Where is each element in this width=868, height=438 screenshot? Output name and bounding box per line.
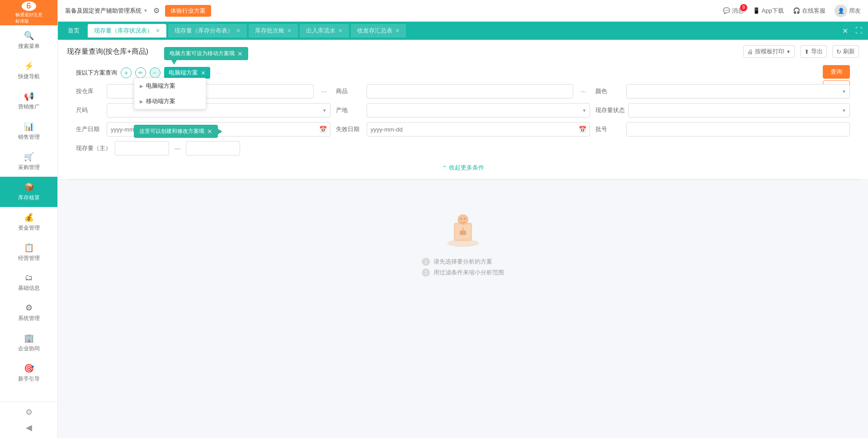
tab-batch-ledger-close[interactable]: ✕ xyxy=(287,28,292,34)
inventory-main-from[interactable] xyxy=(115,141,169,155)
color-label: 颜色 xyxy=(595,87,623,95)
tab-inout-flow[interactable]: 出入库流水 ✕ xyxy=(300,24,349,38)
scheme-desktop-label: 电脑端方案 xyxy=(146,82,175,90)
warehouse-dots[interactable]: ⋯ xyxy=(317,88,330,95)
top-header-left: 装备及固定资产辅助管理系统 ▼ ⚙ 体验行业方案 xyxy=(65,5,211,17)
inventory-status-chevron-icon: ▼ xyxy=(842,108,846,113)
top-header-right: 💬 消息 9 📱 App下载 🎧 在线客服 👤 用友 xyxy=(723,5,861,17)
message-action[interactable]: 💬 消息 9 xyxy=(723,7,744,15)
tab-home[interactable]: 首页 xyxy=(61,24,86,38)
inventory-main-to[interactable] xyxy=(186,141,240,155)
tab-bar-actions: ✕ ⛶ xyxy=(840,25,864,37)
sales-icon: 📊 xyxy=(24,122,34,132)
collapse-sidebar-icon[interactable]: ◀ xyxy=(26,423,32,433)
sidebar-bottom: ⚙ ◀ xyxy=(0,401,57,438)
color-select[interactable]: ▼ xyxy=(626,84,850,99)
range-separator: — xyxy=(175,145,180,152)
inventory-status-select[interactable]: ▼ xyxy=(628,103,850,118)
empty-tip-1: 1 请先选择要分析的方案 xyxy=(422,258,504,266)
message-badge: 9 xyxy=(740,4,747,11)
edit-scheme-button[interactable]: ✏ xyxy=(135,67,146,78)
batch-input[interactable] xyxy=(626,122,850,137)
sidebar-item-marketing[interactable]: 📢 营销推广 xyxy=(0,86,57,116)
operations-icon: 📋 xyxy=(24,243,34,253)
svg-point-4 xyxy=(460,218,462,220)
scheme-tag[interactable]: 电脑端方案 ✕ xyxy=(164,67,210,79)
empty-state: 1 请先选择要分析的方案 2 用过滤条件来缩小分析范围 xyxy=(58,180,868,304)
settings-bottom-icon[interactable]: ⚙ xyxy=(25,407,33,417)
scheme-tag-close-icon[interactable]: ✕ xyxy=(201,70,206,76)
exp-date-input[interactable] xyxy=(367,122,590,137)
close-all-tabs-icon[interactable]: ✕ xyxy=(840,25,850,37)
prod-date-calendar-icon[interactable]: 📅 xyxy=(319,126,327,133)
sidebar-item-label: 搜索菜单 xyxy=(18,42,40,50)
sidebar-item-purchase[interactable]: 🛒 采购管理 xyxy=(0,146,57,177)
tab-inout-flow-close[interactable]: ✕ xyxy=(338,28,343,34)
filter-row-4: 现存量（主） — xyxy=(76,141,850,155)
print-button[interactable]: 🖨 按模板打印 ▼ xyxy=(743,45,795,58)
system-name-dropdown[interactable]: 装备及固定资产辅助管理系统 ▼ xyxy=(65,7,148,15)
logo-icon: 6 xyxy=(22,1,36,11)
system-name: 装备及固定资产辅助管理系统 xyxy=(65,7,142,15)
sidebar-item-search[interactable]: 🔍 搜索菜单 xyxy=(0,25,57,56)
sidebar-item-system[interactable]: ⚙ 系统管理 xyxy=(0,297,57,328)
sidebar-item-inventory[interactable]: 📦 库存核算 xyxy=(0,177,57,207)
tooltip-scheme-hint: 电脑方案可设为移动方案哦 ✕ xyxy=(164,47,248,60)
sidebar-item-sales[interactable]: 📊 销售管理 xyxy=(0,116,57,146)
tab-inventory-status-close[interactable]: ✕ xyxy=(156,28,160,34)
sidebar-item-operations[interactable]: 📋 经营管理 xyxy=(0,237,57,268)
refresh-button[interactable]: ↻ 刷新 xyxy=(832,45,859,58)
tip-text-2: 用过滤条件来缩小分析范围 xyxy=(434,268,504,277)
tab-inventory-dist-label: 现存量（库存分布表） xyxy=(175,27,233,35)
inventory-main-label: 现存量（主） xyxy=(76,144,111,152)
maximize-icon[interactable]: ⛶ xyxy=(854,25,864,37)
top-header: 装备及固定资产辅助管理系统 ▼ ⚙ 体验行业方案 💬 消息 9 📱 App下载 … xyxy=(58,0,868,22)
quick-nav-icon: ⚡ xyxy=(24,61,34,71)
trial-button[interactable]: 体验行业方案 xyxy=(165,5,211,17)
sidebar-item-basic[interactable]: 🗂 基础信息 xyxy=(0,268,57,297)
tooltip-1-close[interactable]: ✕ xyxy=(237,50,243,57)
page-content: 现存量查询(按仓库+商品) 🖨 按模板打印 ▼ ⬆ 导出 ↻ 刷新 xyxy=(58,40,868,438)
guide-icon: 🎯 xyxy=(24,363,34,373)
filter-field-inventory-main: 现存量（主） — xyxy=(76,141,332,155)
size-chevron-down-icon: ▼ xyxy=(322,108,327,113)
sidebar-item-label: 系统管理 xyxy=(18,315,40,322)
settings-gear-icon[interactable]: ⚙ xyxy=(153,6,160,15)
service-action[interactable]: 🎧 在线客服 xyxy=(793,7,826,15)
dropdown-arrow-icon: ▼ xyxy=(143,8,148,13)
filter-section: 按以下方案查询 + ✏ ← 电脑端方案 ✕ 电脑方案可设为移动方案哦 ✕ xyxy=(67,61,859,179)
search-button[interactable]: 查询 xyxy=(823,65,850,79)
sidebar: 6 畅通道好生意标准版 🔍 搜索菜单 ⚡ 快捷导航 📢 营销推广 📊 销售管理 … xyxy=(0,0,58,438)
sidebar-item-enterprise[interactable]: 🏢 企业协同 xyxy=(0,328,57,358)
size-label: 尺码 xyxy=(76,106,103,114)
tab-inventory-status[interactable]: 现存量（库存状况表） ✕ xyxy=(88,24,166,38)
app-download-action[interactable]: 📱 App下载 xyxy=(753,7,784,15)
add-scheme-button[interactable]: + xyxy=(121,67,132,78)
scheme-item-desktop[interactable]: ▶ 电脑端方案 xyxy=(134,78,206,94)
sidebar-item-quick-nav[interactable]: ⚡ 快捷导航 xyxy=(0,56,57,86)
tab-home-label: 首页 xyxy=(68,27,80,35)
color-select-display xyxy=(626,84,850,99)
user-menu[interactable]: 👤 用友 xyxy=(835,5,861,17)
tab-inventory-dist[interactable]: 现存量（库存分布表） ✕ xyxy=(168,24,247,38)
goods-input[interactable] xyxy=(367,84,574,99)
page-header: 现存量查询(按仓库+商品) 🖨 按模板打印 ▼ ⬆ 导出 ↻ 刷新 xyxy=(58,40,868,180)
tooltip-text-1: 电脑方案可设为移动方案哦 xyxy=(170,50,235,57)
origin-select[interactable]: ▼ xyxy=(367,103,590,118)
scheme-item-mobile[interactable]: ▶ 移动端方案 xyxy=(134,94,206,109)
filter-label: 按以下方案查询 xyxy=(76,69,117,77)
arrow-left-icon[interactable]: ← xyxy=(150,67,160,78)
collapse-filter-btn[interactable]: ⌃ 收起更多条件 xyxy=(76,160,850,174)
exp-date-input-wrapper: 📅 xyxy=(367,122,590,137)
tab-inventory-dist-close[interactable]: ✕ xyxy=(236,28,241,34)
tooltip-2-close[interactable]: ✕ xyxy=(207,128,212,135)
exp-date-calendar-icon[interactable]: 📅 xyxy=(579,126,586,133)
export-button[interactable]: ⬆ 导出 xyxy=(800,45,827,58)
basic-icon: 🗂 xyxy=(25,273,33,283)
tab-receive-summary-close[interactable]: ✕ xyxy=(395,28,400,34)
tab-receive-summary[interactable]: 收发存汇总表 ✕ xyxy=(351,24,406,38)
goods-dots[interactable]: ⋯ xyxy=(577,88,590,95)
sidebar-item-finance[interactable]: 💰 资金管理 xyxy=(0,207,57,237)
tab-batch-ledger[interactable]: 库存批次账 ✕ xyxy=(249,24,298,38)
sidebar-item-guide[interactable]: 🎯 新手引导 xyxy=(0,358,57,388)
